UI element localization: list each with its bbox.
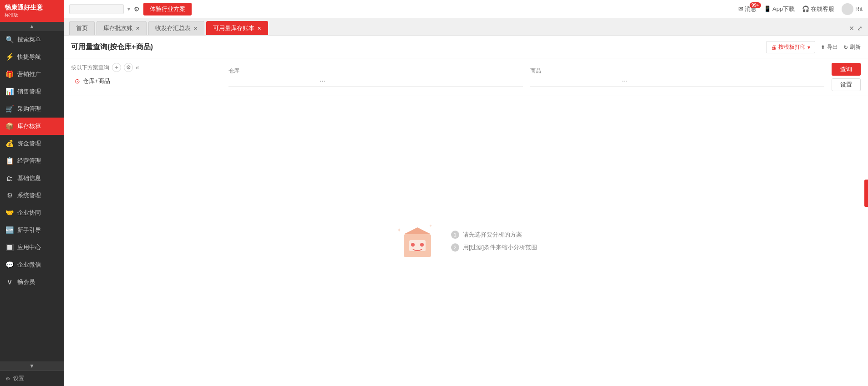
- goods-label: 商品: [530, 67, 825, 75]
- goods-field: 商品 ···: [530, 67, 825, 87]
- sidebar-item-label: 基础信息: [17, 174, 41, 182]
- sidebar-item-sales[interactable]: 📊 销售管理: [0, 83, 64, 100]
- sidebar-item-system[interactable]: ⚙ 系统管理: [0, 187, 64, 204]
- app-sub: 标准版: [5, 12, 18, 18]
- filter-actions: 查询 设置: [832, 63, 861, 91]
- settings-btn[interactable]: 设置: [832, 78, 861, 91]
- svg-point-4: [420, 243, 424, 247]
- chevron-down-icon[interactable]: ▾: [127, 6, 130, 12]
- apps-icon: 🔲: [5, 243, 14, 252]
- export-icon: ⬆: [821, 44, 825, 51]
- sidebar-item-label: 销售管理: [17, 87, 41, 96]
- sidebar-item-guide[interactable]: 🆕 新手引导: [0, 221, 64, 239]
- tab-home[interactable]: 首页: [69, 21, 95, 35]
- window-close-icon[interactable]: ✕: [849, 25, 854, 32]
- query-btn[interactable]: 查询: [832, 63, 861, 76]
- sidebar-item-operation[interactable]: 📋 经营管理: [0, 152, 64, 170]
- warehouse-dots-icon[interactable]: ···: [320, 77, 325, 86]
- online-service-label: 在线客服: [811, 5, 834, 13]
- topbar-right: ✉ 消息 99+ 📱 App下载 🎧 在线客服 Rit: [738, 3, 863, 15]
- box-icon: 📦: [5, 122, 14, 130]
- page-content: 可用量查询(按仓库+商品) 🖨 按模板打印 ▾ ⬆ 导出 ↻ 刷新: [64, 36, 868, 386]
- sidebar-item-member[interactable]: V 畅会员: [0, 273, 64, 291]
- sidebar-settings[interactable]: ⚙ 设置: [0, 371, 64, 386]
- step1-text: 请先选择要分析的方案: [463, 231, 522, 239]
- tab-available-close-icon[interactable]: ✕: [257, 26, 261, 31]
- user-menu[interactable]: Rit: [842, 3, 863, 15]
- filter-setting-btn[interactable]: ⚙: [124, 63, 133, 72]
- headset-icon: 🎧: [802, 5, 809, 12]
- tabbar: 首页 库存批次账 ✕ 收发存汇总表 ✕ 可用量库存账本 ✕ ✕ ⤢: [64, 18, 868, 36]
- message-icon: ✉: [738, 5, 743, 12]
- right-edge-indicator: [864, 180, 868, 207]
- tab-available-label: 可用量库存账本: [213, 24, 254, 32]
- print-icon: 🖨: [771, 44, 777, 51]
- sidebar-item-label: 应用中心: [17, 243, 41, 252]
- page-title: 可用量查询(按仓库+商品): [71, 42, 153, 52]
- goods-dots-icon[interactable]: ···: [621, 77, 627, 86]
- app-download-btn[interactable]: 📱 App下载: [764, 5, 795, 13]
- sidebar-scroll-down[interactable]: ▼: [0, 361, 64, 371]
- vip-icon: V: [5, 279, 14, 286]
- filter-right: 仓库 ··· 商品 ··· 查询: [221, 63, 861, 91]
- tab-batch-close-icon[interactable]: ✕: [136, 26, 140, 31]
- tab-available[interactable]: 可用量库存账本 ✕: [206, 21, 268, 35]
- industry-btn[interactable]: 体验行业方案: [143, 3, 192, 15]
- main-area: ▾ ⚙ 体验行业方案 ✉ 消息 99+ 📱 App下载 🎧 在线客服 Rit: [64, 0, 868, 386]
- page-header-actions: 🖨 按模板打印 ▾ ⬆ 导出 ↻ 刷新: [766, 41, 861, 53]
- sidebar-scroll-up[interactable]: ▲: [0, 22, 64, 31]
- search-icon: 🔍: [5, 36, 14, 44]
- sidebar-item-wechat[interactable]: 💬 企业微信: [0, 256, 64, 273]
- filter-collapse-btn[interactable]: «: [136, 64, 139, 71]
- filter-label-text: 按以下方案查询: [71, 64, 109, 72]
- topbar-search-input[interactable]: [69, 4, 124, 14]
- sidebar-item-search[interactable]: 🔍 搜索菜单: [0, 31, 64, 48]
- sidebar-item-label: 畅会员: [17, 278, 35, 286]
- online-service-btn[interactable]: 🎧 在线客服: [802, 5, 834, 13]
- sidebar-item-basic[interactable]: 🗂 基础信息: [0, 170, 64, 187]
- sidebar-settings-label: 设置: [13, 375, 24, 382]
- folder-icon: 🗂: [5, 175, 14, 182]
- sidebar-item-label: 采购管理: [17, 105, 41, 113]
- tab-summary[interactable]: 收发存汇总表 ✕: [148, 21, 204, 35]
- sidebar-item-label: 资金管理: [17, 139, 41, 148]
- sidebar-item-label: 企业微信: [17, 261, 41, 269]
- sidebar-item-marketing[interactable]: 🎁 营销推广: [0, 66, 64, 83]
- handshake-icon: 🤝: [5, 209, 14, 217]
- filter-scheme-item[interactable]: ⊙ 仓库+商品: [71, 75, 216, 87]
- gear-icon: ⚙: [5, 191, 14, 200]
- money-icon: 💰: [5, 139, 14, 148]
- settings-icon: ⚙: [5, 376, 10, 382]
- warehouse-label: 仓库: [228, 67, 523, 75]
- step2-num: 2: [451, 243, 459, 252]
- new-icon: 🆕: [5, 226, 14, 234]
- message-btn[interactable]: ✉ 消息 99+: [738, 5, 756, 13]
- sidebar-item-shortcut[interactable]: ⚡ 快捷导航: [0, 48, 64, 66]
- step2-text: 用[过滤]条件来缩小分析范围: [463, 243, 537, 252]
- export-btn[interactable]: ⬆ 导出: [821, 43, 838, 51]
- topbar: ▾ ⚙ 体验行业方案 ✉ 消息 99+ 📱 App下载 🎧 在线客服 Rit: [64, 0, 868, 18]
- template-print-btn[interactable]: 🖨 按模板打印 ▾: [766, 41, 815, 53]
- goods-input[interactable]: [530, 76, 621, 87]
- refresh-icon: ↻: [843, 44, 848, 51]
- sidebar-item-enterprise[interactable]: 🤝 企业协同: [0, 204, 64, 221]
- empty-step1: 1 请先选择要分析的方案: [451, 231, 537, 239]
- svg-point-3: [411, 243, 415, 247]
- sidebar-item-apps[interactable]: 🔲 应用中心: [0, 239, 64, 256]
- topbar-gear-icon[interactable]: ⚙: [134, 5, 140, 13]
- tab-summary-close-icon[interactable]: ✕: [193, 26, 198, 31]
- svg-text:✦: ✦: [397, 227, 401, 233]
- sidebar-item-purchase[interactable]: 🛒 采购管理: [0, 100, 64, 118]
- filter-add-btn[interactable]: +: [112, 63, 121, 72]
- tab-batch[interactable]: 库存批次账 ✕: [96, 21, 147, 35]
- warehouse-input[interactable]: [228, 76, 320, 87]
- window-expand-icon[interactable]: ⤢: [857, 25, 863, 32]
- sidebar-item-inventory[interactable]: 📦 库存核算: [0, 118, 64, 135]
- sidebar-item-label: 企业协同: [17, 209, 41, 217]
- refresh-btn[interactable]: ↻ 刷新: [843, 43, 861, 51]
- sidebar-item-finance[interactable]: 💰 资金管理: [0, 135, 64, 152]
- clipboard-icon: 📋: [5, 157, 14, 165]
- empty-state: ✦ ✦ 1 请先选择要分析的方案 2 用[过滤]条件来缩小分析范围: [64, 96, 868, 386]
- scheme-label: 仓库+商品: [83, 77, 110, 85]
- gift-icon: 🎁: [5, 70, 14, 78]
